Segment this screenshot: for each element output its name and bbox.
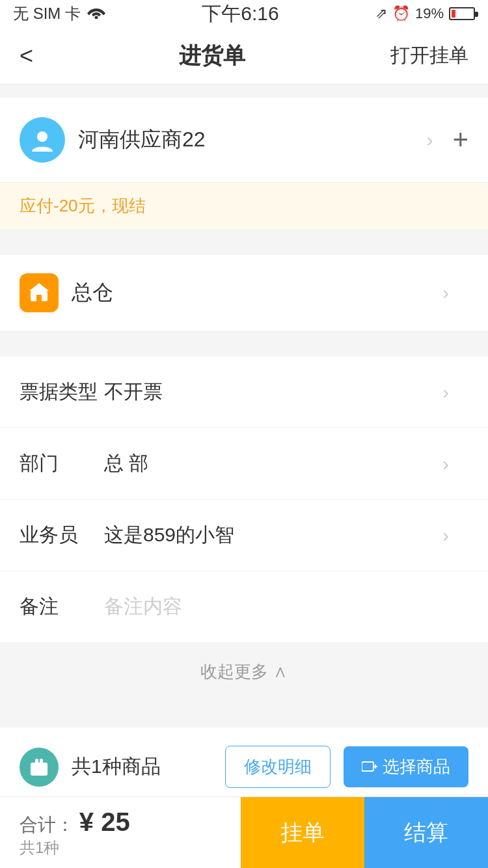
divider-products <box>0 701 488 714</box>
remark-placeholder: 备注内容 <box>104 593 468 620</box>
supplier-chevron-icon: › <box>426 129 433 151</box>
svg-rect-4 <box>36 295 42 301</box>
salesman-label: 业务员 <box>20 522 104 549</box>
divider-warehouse <box>0 229 488 242</box>
collapse-button[interactable]: 收起更多 ∧ <box>0 642 488 701</box>
battery-text: 19% <box>415 5 444 22</box>
battery-icon <box>449 7 475 20</box>
open-hang-button[interactable]: 打开挂单 <box>390 42 468 69</box>
supplier-row[interactable]: 河南供应商22 › + <box>0 98 488 183</box>
bottom-total-amount: ¥ 25 <box>79 807 130 836</box>
divider-top <box>0 85 488 98</box>
warehouse-chevron-icon: › <box>442 282 449 304</box>
collapse-label: 收起更多 ∧ <box>200 660 287 683</box>
divider-form <box>0 331 488 344</box>
invoice-type-value: 不开票 <box>104 379 442 405</box>
department-chevron-icon: › <box>442 453 449 475</box>
remark-label: 备注 <box>20 593 104 620</box>
svg-point-0 <box>95 16 98 20</box>
product-section-icon <box>20 748 59 787</box>
warehouse-icon <box>20 273 59 312</box>
warehouse-name: 总仓 <box>72 278 442 307</box>
salesman-row[interactable]: 业务员 这是859的小智 › <box>0 500 488 571</box>
svg-point-1 <box>37 131 47 142</box>
product-section-header: 共1种商品 修改明细 选择商品 <box>0 727 488 806</box>
back-button[interactable]: < <box>20 42 33 70</box>
select-product-label: 选择商品 <box>383 755 450 778</box>
svg-rect-7 <box>40 759 43 765</box>
status-right: ⇗ ⏰ 19% <box>375 5 475 22</box>
page-title: 进货单 <box>179 41 245 71</box>
invoice-type-chevron-icon: › <box>442 381 449 403</box>
status-bar: 无 SIM 卡 下午6:16 ⇗ ⏰ 19% <box>0 0 488 27</box>
status-left: 无 SIM 卡 <box>13 3 105 24</box>
svg-rect-5 <box>31 763 47 776</box>
supplier-avatar <box>20 117 65 163</box>
svg-rect-8 <box>362 762 373 771</box>
bottom-total: 合计： ¥ 25 共1种 <box>0 807 241 858</box>
department-label: 部门 <box>20 450 104 477</box>
warehouse-row[interactable]: 总仓 › <box>0 255 488 331</box>
bottom-total-label: 合计： <box>20 815 74 835</box>
bottom-total-sub: 共1种 <box>20 837 221 858</box>
nav-bar: < 进货单 打开挂单 <box>0 27 488 85</box>
invoice-type-row[interactable]: 票据类型 不开票 › <box>0 357 488 428</box>
form-section: 票据类型 不开票 › 部门 总 部 › 业务员 这是859的小智 › 备注 备注… <box>0 357 488 642</box>
svg-rect-6 <box>35 759 38 765</box>
wifi-icon <box>87 5 105 23</box>
alarm-icon: ⏰ <box>392 5 410 22</box>
location-icon: ⇗ <box>375 5 387 22</box>
settle-button[interactable]: 结算 <box>364 797 488 869</box>
warehouse-section: 总仓 › <box>0 255 488 331</box>
product-count-label: 共1种商品 <box>72 753 212 780</box>
salesman-chevron-icon: › <box>442 524 449 547</box>
svg-marker-3 <box>29 283 49 291</box>
bottom-bar: 合计： ¥ 25 共1种 挂单 结算 <box>0 796 488 868</box>
department-value: 总 部 <box>104 450 442 477</box>
invoice-type-label: 票据类型 <box>20 379 104 405</box>
hang-button[interactable]: 挂单 <box>241 797 364 869</box>
add-supplier-button[interactable]: + <box>452 124 468 156</box>
status-time: 下午6:16 <box>202 1 278 27</box>
supplier-name: 河南供应商22 <box>78 126 426 154</box>
supplier-section: 河南供应商22 › + 应付-20元，现结 <box>0 98 488 229</box>
department-row[interactable]: 部门 总 部 › <box>0 428 488 500</box>
remark-row[interactable]: 备注 备注内容 <box>0 571 488 642</box>
supplier-notice: 应付-20元，现结 <box>0 183 488 229</box>
select-product-button[interactable]: 选择商品 <box>344 746 468 787</box>
salesman-value: 这是859的小智 <box>104 522 442 549</box>
carrier-text: 无 SIM 卡 <box>13 3 81 24</box>
edit-detail-button[interactable]: 修改明细 <box>225 746 331 788</box>
